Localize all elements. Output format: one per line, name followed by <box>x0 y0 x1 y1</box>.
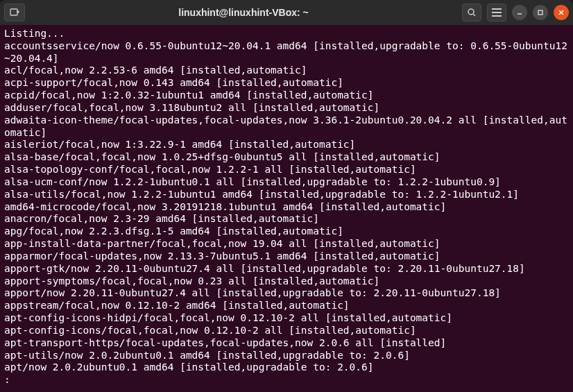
close-button[interactable] <box>554 5 569 20</box>
svg-point-3 <box>468 9 474 15</box>
svg-rect-6 <box>538 10 542 15</box>
titlebar-left <box>4 3 25 22</box>
terminal-output[interactable]: Listing... accountsservice/now 0.6.55-0u… <box>0 25 573 392</box>
search-icon <box>467 8 477 17</box>
window-title: linuxhint@linuxhint-VBox: ~ <box>29 7 458 18</box>
svg-line-4 <box>473 14 475 16</box>
minimize-icon <box>516 9 523 16</box>
svg-rect-0 <box>10 9 17 15</box>
maximize-button[interactable] <box>533 5 548 20</box>
new-tab-icon <box>9 7 20 18</box>
maximize-icon <box>537 9 544 16</box>
menu-button[interactable] <box>487 3 506 22</box>
new-tab-button[interactable] <box>4 3 25 22</box>
titlebar-right <box>462 3 569 22</box>
titlebar: linuxhint@linuxhint-VBox: ~ <box>0 0 573 25</box>
hamburger-icon <box>492 8 502 17</box>
search-button[interactable] <box>462 3 481 22</box>
minimize-button[interactable] <box>512 5 527 20</box>
close-icon <box>558 9 565 16</box>
